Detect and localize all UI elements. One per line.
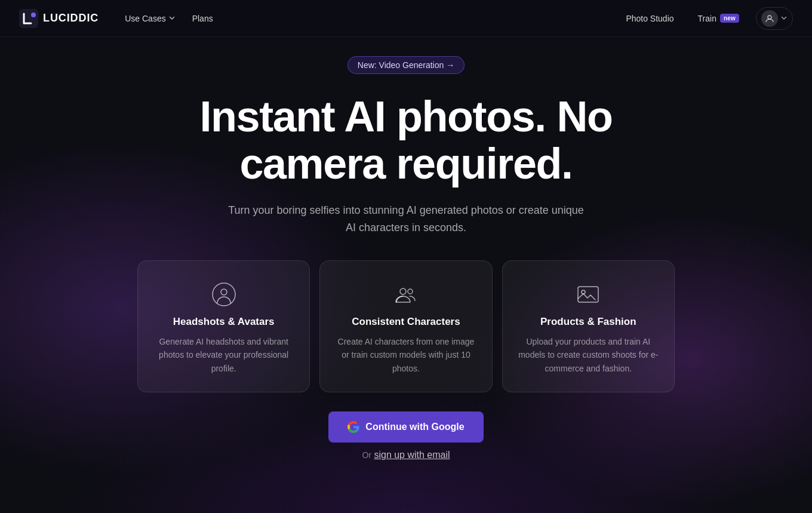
- nav-links: Use Cases Plans: [118, 10, 220, 27]
- svg-point-3: [213, 283, 235, 306]
- svg-point-2: [768, 16, 771, 19]
- cta-section: Continue with Google Or sign up with ema…: [328, 411, 483, 460]
- headshots-desc: Generate AI headshots and vibrant photos…: [152, 335, 295, 375]
- nav-train[interactable]: Train new: [691, 10, 746, 27]
- products-title: Products & Fashion: [540, 316, 636, 328]
- nav-use-cases-label: Use Cases: [125, 14, 165, 23]
- logo-text: LUCIDDIC: [43, 12, 99, 24]
- nav-photo-studio-label: Photo Studio: [626, 14, 673, 23]
- svg-point-1: [31, 13, 36, 17]
- card-headshots: Headshots & Avatars Generate AI headshot…: [137, 260, 310, 392]
- characters-desc: Create AI characters from one image or t…: [334, 335, 477, 375]
- announcement-text: New: Video Generation →: [358, 60, 454, 70]
- nav-avatar-button[interactable]: [756, 7, 793, 30]
- or-text: Or: [362, 450, 371, 460]
- card-characters: Consistent Characters Create AI characte…: [319, 260, 492, 392]
- image-icon: [575, 281, 601, 308]
- logo[interactable]: LUCIDDIC: [19, 9, 99, 28]
- logo-icon: [19, 9, 38, 28]
- or-section: Or sign up with email: [362, 450, 450, 460]
- navbar: LUCIDDIC Use Cases Plans Photo Studio Tr…: [0, 0, 812, 37]
- svg-point-8: [582, 290, 585, 294]
- products-desc: Upload your products and train AI models…: [517, 335, 660, 375]
- hero-subtitle: Turn your boring selfies into stunning A…: [227, 202, 585, 236]
- card-products: Products & Fashion Upload your products …: [502, 260, 675, 392]
- person-circle-icon: [211, 281, 237, 308]
- train-new-badge: new: [720, 14, 739, 23]
- nav-right: Photo Studio Train new: [619, 7, 793, 30]
- characters-icon-container: [392, 280, 420, 309]
- headshots-title: Headshots & Avatars: [173, 316, 275, 328]
- svg-point-6: [408, 289, 413, 294]
- feature-cards: Headshots & Avatars Generate AI headshot…: [137, 260, 675, 392]
- hero-title: Instant AI photos. No camera required.: [137, 93, 675, 188]
- continue-with-google-button[interactable]: Continue with Google: [328, 411, 483, 443]
- characters-title: Consistent Characters: [352, 316, 460, 328]
- nav-left: LUCIDDIC Use Cases Plans: [19, 9, 220, 28]
- user-icon: [765, 14, 774, 23]
- nav-photo-studio[interactable]: Photo Studio: [619, 10, 681, 27]
- svg-point-5: [400, 288, 406, 294]
- google-icon: [347, 421, 359, 433]
- svg-rect-0: [19, 9, 38, 28]
- nav-train-label: Train: [698, 14, 716, 23]
- google-button-label: Continue with Google: [365, 422, 464, 432]
- nav-plans[interactable]: Plans: [185, 10, 220, 27]
- main-content: New: Video Generation → Instant AI photo…: [0, 37, 812, 460]
- avatar-chevron-icon: [780, 13, 788, 24]
- nav-use-cases[interactable]: Use Cases: [118, 10, 182, 27]
- products-icon-container: [574, 280, 602, 309]
- nav-plans-label: Plans: [192, 14, 213, 23]
- sign-up-with-email-link[interactable]: sign up with email: [374, 450, 450, 460]
- avatar: [761, 10, 778, 27]
- svg-point-4: [221, 289, 227, 295]
- headshots-icon-container: [210, 280, 238, 309]
- chevron-down-icon: [168, 14, 176, 23]
- people-icon: [393, 281, 419, 308]
- announcement-pill[interactable]: New: Video Generation →: [347, 56, 465, 74]
